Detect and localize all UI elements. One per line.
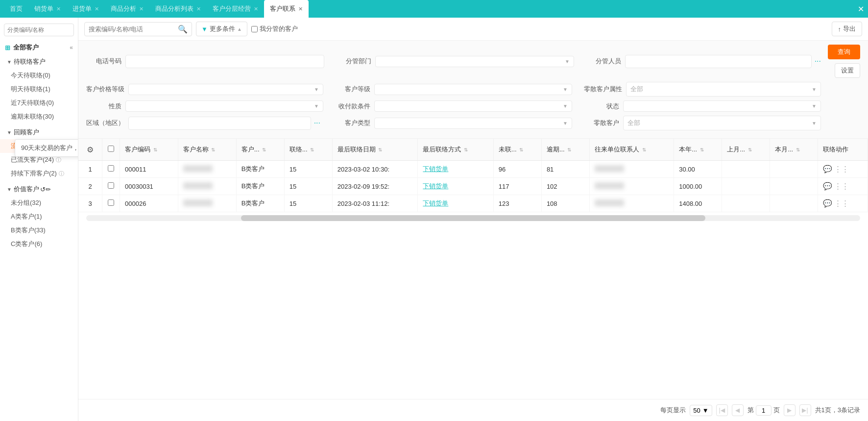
filter-select-dept[interactable]: ▼ xyxy=(375,56,574,67)
sidebar-group-review-label[interactable]: ▼ 回顾客户 xyxy=(0,125,78,139)
sidebar-item-ungrouped[interactable]: 未分组(32) xyxy=(0,196,78,210)
select-all-checkbox[interactable] xyxy=(108,146,114,152)
sort-icon[interactable]: ⇅ xyxy=(748,147,752,152)
filter-select-scatter-attr[interactable]: 全部 ▼ xyxy=(626,82,821,97)
filter-dots-manager[interactable]: ··· xyxy=(812,57,824,66)
sidebar-item-tomorrow[interactable]: 明天待联络(1) xyxy=(0,82,78,96)
sort-icon[interactable]: ⇅ xyxy=(567,147,571,152)
filter-label-status: 状态 xyxy=(584,102,623,111)
filter-input-region[interactable] xyxy=(128,117,311,130)
tab-close-icon[interactable]: ✕ xyxy=(298,6,303,12)
tab-close-icon[interactable]: ✕ xyxy=(196,6,201,12)
collapse-icon[interactable]: « xyxy=(70,44,73,51)
sort-icon[interactable]: ⇅ xyxy=(796,147,800,152)
sort-icon[interactable]: ⇅ xyxy=(153,147,157,152)
filter-select-price-grade[interactable]: ▼ xyxy=(128,84,323,95)
filter-dots-region[interactable]: ··· xyxy=(311,119,323,127)
horizontal-scrollbar[interactable] xyxy=(86,215,860,221)
filter-input-phone[interactable] xyxy=(125,55,324,68)
first-page-button[interactable]: |◀ xyxy=(716,404,728,416)
sidebar-item-class-c[interactable]: C类客户(6) xyxy=(0,237,78,251)
tab-product-analysis[interactable]: 商品分析 ✕ xyxy=(105,0,149,18)
page-size-select[interactable]: 50 ▼ xyxy=(690,405,712,416)
filter-input-manager[interactable] xyxy=(625,55,812,68)
sort-icon[interactable]: ⇅ xyxy=(519,147,523,152)
sort-icon[interactable]: ⇅ xyxy=(262,147,266,152)
filter-select-scatter[interactable]: 全部 ▼ xyxy=(623,116,821,130)
tab-close-icon[interactable]: ✕ xyxy=(95,6,99,12)
sort-icon[interactable]: ⇅ xyxy=(464,147,468,152)
menu-icon[interactable]: ⋮⋮ xyxy=(834,182,849,191)
tab-close-icon[interactable]: ✕ xyxy=(139,6,144,12)
cell-contact: 15 xyxy=(284,161,332,178)
chat-icon[interactable]: 💬 xyxy=(823,182,832,191)
row-checkbox[interactable] xyxy=(108,165,114,172)
tab-sales-order[interactable]: 销货单 ✕ xyxy=(28,0,67,18)
tab-customer-contact[interactable]: 客户联系 ✕ xyxy=(264,0,309,18)
next-page-button[interactable]: ▶ xyxy=(784,404,796,416)
chat-icon[interactable]: 💬 xyxy=(823,165,832,173)
sort-icon[interactable]: ⇅ xyxy=(700,147,704,152)
sidebar-group-pending-label[interactable]: ▼ 待联络客户 xyxy=(0,55,78,69)
sort-icon[interactable]: ⇅ xyxy=(378,147,382,152)
my-customers-checkbox-wrap[interactable]: 我分管的客户 xyxy=(251,25,298,33)
row-checkbox[interactable] xyxy=(108,199,114,206)
tab-close-icon[interactable]: ✕ xyxy=(56,6,61,12)
sort-icon[interactable]: ⇅ xyxy=(642,147,646,152)
filter-select-payment[interactable]: ▼ xyxy=(374,100,572,112)
filter-row-4: 区域（地区） ··· 客户类型 ▼ 零散客户 全部 ▼ xyxy=(86,116,860,130)
tab-customer-tier[interactable]: 客户分层经营 ✕ xyxy=(207,0,264,18)
filter-label-scatter-attr: 零散客户属性 xyxy=(584,85,626,94)
edit-icon[interactable]: ✏ xyxy=(46,186,51,193)
page-number-input[interactable] xyxy=(756,405,772,416)
menu-icon[interactable]: ⋮⋮ xyxy=(834,199,849,208)
last-page-button[interactable]: ▶| xyxy=(799,404,811,416)
col-last-date: 最后联络日期 ⇅ xyxy=(332,139,418,161)
filter-label-type: 客户类型 xyxy=(335,119,374,127)
settings-button[interactable]: 设置 xyxy=(835,63,860,78)
sidebar-group-value-label[interactable]: ▼ 价值客户 ↺ ✏ xyxy=(0,182,78,196)
close-window-button[interactable]: ✕ xyxy=(858,4,864,14)
tab-product-analysis-list[interactable]: 商品分析列表 ✕ xyxy=(149,0,207,18)
sidebar-item-class-b[interactable]: B类客户(33) xyxy=(0,223,78,237)
search-button-icon[interactable]: 🔍 xyxy=(178,25,188,34)
sidebar-search-input[interactable] xyxy=(7,26,78,33)
tab-close-icon[interactable]: ✕ xyxy=(254,6,258,12)
filter-cell-price-grade: 客户价格等级 ▼ xyxy=(86,84,323,95)
sort-icon[interactable]: ⇅ xyxy=(211,147,215,152)
last-method-link[interactable]: 下销货单 xyxy=(423,182,448,190)
gear-button[interactable]: ⚙ xyxy=(83,143,97,156)
search-input[interactable] xyxy=(89,25,178,33)
tab-purchase-order[interactable]: 进货单 ✕ xyxy=(67,0,105,18)
filter-row-3: 性质 ▼ 收付款条件 ▼ 状态 xyxy=(86,100,860,112)
cell-name xyxy=(178,195,236,212)
filter-select-status[interactable]: ▼ xyxy=(623,100,821,112)
tab-home[interactable]: 首页 xyxy=(4,0,28,18)
info-icon: ⓘ xyxy=(56,156,61,164)
chat-icon[interactable]: 💬 xyxy=(823,199,832,208)
sidebar-all-customers[interactable]: ⊞ 全部客户 « xyxy=(0,40,78,55)
my-customers-checkbox[interactable] xyxy=(251,26,258,32)
last-method-link[interactable]: 下销货单 xyxy=(423,165,448,173)
last-method-link[interactable]: 下销货单 xyxy=(423,199,448,207)
customer-name-blurred xyxy=(183,182,213,189)
sort-icon[interactable]: ⇅ xyxy=(310,147,314,152)
export-button[interactable]: ↑ 导出 xyxy=(832,22,863,36)
menu-icon[interactable]: ⋮⋮ xyxy=(834,165,849,173)
more-filter-button[interactable]: ▼ 更多条件 ▲ xyxy=(196,22,247,36)
cell-action: 💬 ⋮⋮ xyxy=(818,161,868,178)
cell-overdue: 108 xyxy=(541,195,589,212)
sidebar-item-today[interactable]: 今天待联络(0) xyxy=(0,69,78,82)
prev-page-button[interactable]: ◀ xyxy=(732,404,744,416)
filter-select-nature[interactable]: ▼ xyxy=(125,100,323,112)
filter-select-type[interactable]: ▼ xyxy=(374,118,572,129)
filter-select-grade[interactable]: ▼ xyxy=(374,84,572,95)
cell-this-month xyxy=(770,195,818,212)
sidebar-item-class-a[interactable]: A类客户(1) xyxy=(0,210,78,223)
query-button[interactable]: 查询 xyxy=(828,45,860,59)
sidebar-item-overdue[interactable]: 逾期未联络(30) xyxy=(0,110,78,124)
sidebar-item-declining[interactable]: 持续下滑客户(2) ⓘ xyxy=(0,167,78,180)
cell-contact-person xyxy=(589,161,674,178)
sidebar-item-7days[interactable]: 近7天待联络(0) xyxy=(0,96,78,110)
row-checkbox[interactable] xyxy=(108,182,114,189)
